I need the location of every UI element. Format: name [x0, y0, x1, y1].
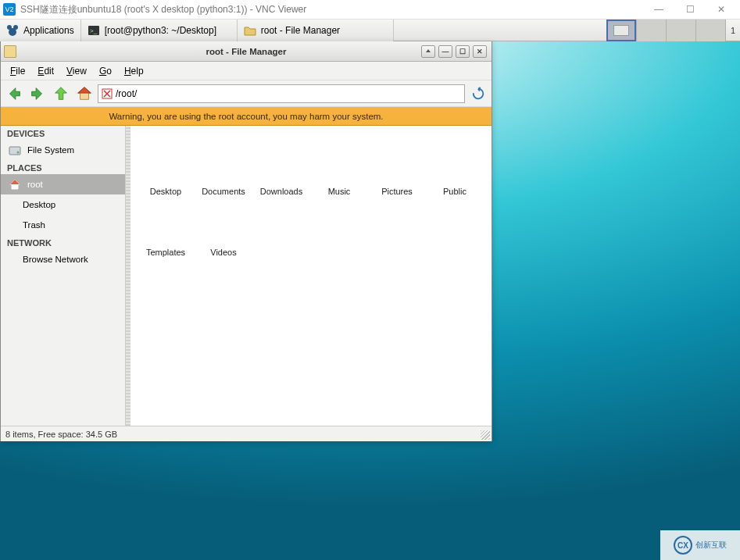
folder-label: Documents [202, 187, 245, 196]
applications-menu-button[interactable]: Applications [0, 20, 81, 41]
xfce-desktop[interactable]: Applications >_ [root@python3: ~/Desktop… [0, 20, 740, 560]
vnc-maximize-button[interactable]: ☐ [674, 0, 706, 20]
task-button-terminal[interactable]: >_ [root@python3: ~/Desktop] [81, 20, 238, 41]
vnc-window-title: SSH隧道连接unbuntu18 (root's X desktop (pyth… [20, 3, 306, 16]
menu-view[interactable]: View [62, 64, 91, 78]
folder-item[interactable]: Desktop [137, 141, 195, 202]
folder-item[interactable]: Videos [195, 202, 252, 263]
folder-label: Videos [210, 248, 236, 257]
sidebar-network-heading: NETWORK [1, 235, 125, 249]
sidebar-filesystem-label: File System [27, 145, 74, 155]
sidebar-browse-network-label: Browse Network [23, 255, 88, 264]
folder-item[interactable]: Templates [137, 202, 195, 263]
fm-content-area[interactable]: DesktopDocumentsDownloadsMusicPicturesPu… [130, 126, 492, 426]
svg-rect-6 [9, 147, 20, 155]
watermark-text: 创新互联 [695, 540, 727, 551]
sidebar-item-filesystem[interactable]: File System [1, 140, 125, 160]
folder-item[interactable]: Music [310, 141, 368, 202]
fm-menubar: File Edit View Go Help [1, 62, 492, 80]
fm-window-icon [4, 45, 16, 58]
sidebar-item-desktop[interactable]: Desktop [1, 194, 125, 215]
fm-statusbar: 8 items, Free space: 34.5 GB [1, 426, 492, 441]
panel-clock[interactable]: 1 [725, 20, 740, 41]
window-resize-grip[interactable] [481, 430, 490, 440]
folder-label: Pictures [381, 187, 413, 196]
maximize-button[interactable]: ☐ [456, 45, 470, 58]
folder-item[interactable]: Documents [195, 141, 252, 202]
sidebar-desktop-label: Desktop [23, 200, 55, 209]
sidebar-places-heading: PLACES [1, 160, 125, 174]
home-icon [9, 178, 21, 191]
sidebar-trash-label: Trash [23, 220, 45, 230]
folder-label: Music [328, 187, 351, 196]
folder-label: Desktop [150, 187, 181, 196]
svg-point-2 [9, 28, 16, 36]
xfce-mouse-icon [6, 24, 19, 37]
menu-edit[interactable]: Edit [33, 64, 59, 78]
minimize-button[interactable]: — [438, 45, 452, 58]
status-text: 8 items, Free space: 34.5 GB [5, 430, 117, 439]
location-text: /root/ [116, 88, 137, 99]
task-button-filemanager[interactable]: root - File Manager [238, 20, 394, 41]
sidebar-item-trash[interactable]: Trash [1, 215, 125, 235]
forward-button[interactable] [27, 84, 48, 104]
up-button[interactable] [51, 84, 71, 104]
vnc-icon: V2 [3, 3, 16, 16]
applications-menu-label: Applications [23, 25, 74, 36]
workspace-1[interactable] [606, 20, 636, 41]
folder-label: Templates [146, 248, 185, 257]
menu-help[interactable]: Help [120, 64, 148, 78]
fm-window-title: root - File Manager [206, 47, 287, 56]
terminal-icon: >_ [88, 24, 100, 37]
folder-label: Downloads [260, 187, 302, 196]
task-fm-label: root - File Manager [261, 25, 340, 36]
watermark: CX 创新互联 [660, 530, 740, 560]
menu-go[interactable]: Go [95, 64, 116, 78]
file-manager-window: root - File Manager — ☐ ✕ File Edit View… [0, 41, 492, 441]
clear-location-icon[interactable] [102, 88, 113, 99]
folder-label: Public [443, 187, 467, 196]
svg-point-7 [17, 152, 20, 154]
sidebar-item-browse-network[interactable]: Browse Network [1, 249, 125, 269]
back-button[interactable] [4, 84, 24, 104]
task-terminal-label: [root@python3: ~/Desktop] [105, 25, 216, 36]
vnc-titlebar: V2 SSH隧道连接unbuntu18 (root's X desktop (p… [0, 0, 740, 20]
fm-toolbar: /root/ [1, 80, 492, 107]
sidebar-devices-heading: DEVICES [1, 126, 125, 140]
sidebar-item-root[interactable]: root [1, 174, 125, 194]
workspace-3[interactable] [666, 20, 695, 41]
sidebar-root-label: root [27, 180, 43, 189]
menu-file[interactable]: File [5, 64, 30, 78]
watermark-badge: CX [674, 536, 692, 555]
fm-titlebar[interactable]: root - File Manager — ☐ ✕ [1, 41, 492, 62]
shade-button[interactable] [421, 45, 435, 58]
home-button[interactable] [74, 84, 95, 104]
panel-taskbar: Applications >_ [root@python3: ~/Desktop… [0, 20, 740, 41]
vnc-minimize-button[interactable]: — [643, 0, 674, 20]
disk-icon [9, 144, 21, 156]
fm-sidebar: DEVICES File System PLACES root Desktop [1, 126, 126, 426]
folder-item[interactable]: Pictures [368, 141, 426, 202]
workspace-2[interactable] [636, 20, 666, 41]
workspace-4[interactable] [695, 20, 725, 41]
close-button[interactable]: ✕ [473, 45, 487, 58]
location-bar[interactable]: /root/ [98, 84, 465, 103]
reload-button[interactable] [468, 84, 488, 104]
folder-item[interactable]: Downloads [252, 141, 310, 202]
folder-item[interactable]: Public [426, 141, 484, 202]
vnc-close-button[interactable]: ✕ [706, 0, 737, 20]
folder-icon [244, 24, 256, 37]
svg-text:>_: >_ [90, 27, 98, 34]
root-warning-banner: Warning, you are using the root account,… [1, 107, 492, 126]
